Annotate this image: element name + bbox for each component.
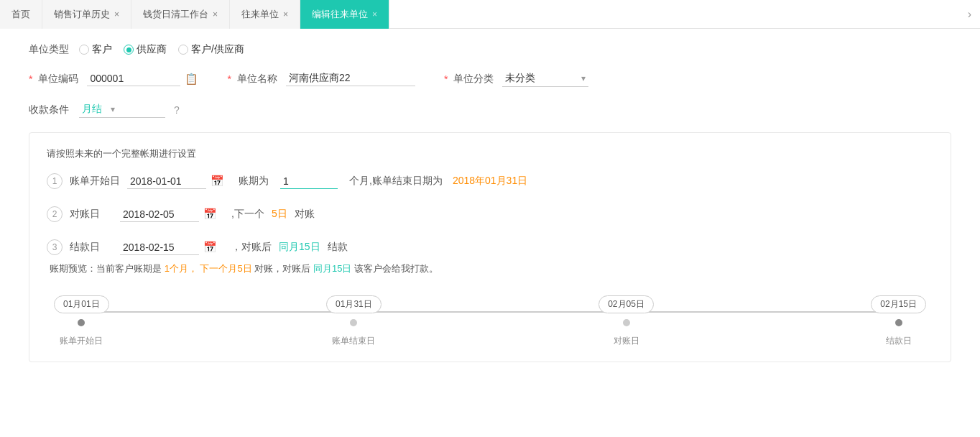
- step-num-1: 1: [47, 173, 63, 189]
- unit-code-icon[interactable]: 📋: [185, 73, 198, 86]
- tabs-scroll-arrow[interactable]: ›: [959, 8, 980, 21]
- unit-code-star: *: [29, 73, 32, 85]
- close-cashflow[interactable]: ×: [213, 9, 218, 19]
- unit-code-input[interactable]: [87, 71, 180, 86]
- close-sales-history[interactable]: ×: [114, 9, 119, 19]
- radio-label-both: 客户/供应商: [191, 43, 244, 56]
- unit-code-group: * 单位编码 📋: [29, 71, 198, 86]
- radio-circle-supplier: [124, 45, 134, 55]
- unit-name-input[interactable]: [286, 71, 415, 86]
- preview-date: 下一个月5日: [200, 263, 251, 274]
- step3-date-input[interactable]: [120, 240, 199, 255]
- radio-label-customer: 客户: [92, 43, 112, 56]
- radio-customer[interactable]: 客户: [79, 43, 112, 56]
- timeline-point-end: 02月15日 结款日: [871, 295, 926, 347]
- payment-terms-select[interactable]: 月结 ▾: [79, 101, 165, 118]
- step2-highlight-mid: 5日: [272, 208, 287, 221]
- step-label-1: 账单开始日: [70, 175, 120, 188]
- timeline-label-2: 对账日: [614, 335, 639, 347]
- timeline-section: 01月01日 账单开始日 01月31日 账单结束日 02月05日 对账日: [47, 295, 933, 347]
- payment-terms-row: 收款条件 月结 ▾ ?: [29, 101, 951, 118]
- radio-circle-both: [178, 45, 188, 55]
- timeline-badge-2: 02月05日: [598, 295, 654, 313]
- timeline-badge-1: 01月31日: [326, 295, 382, 313]
- timeline-dot-1: [350, 319, 357, 326]
- step-label-2: 对账日: [70, 208, 113, 221]
- step3-calendar-icon[interactable]: 📅: [203, 241, 217, 254]
- preview-period: 1个月，: [165, 263, 198, 274]
- preview-prefix: 账期预览：当前客户账期是: [50, 263, 162, 274]
- unit-code-label: 单位编码: [38, 73, 78, 86]
- unit-class-group: * 单位分类 未分类 ▾: [444, 70, 588, 87]
- tab-edit-partner[interactable]: 编辑往来单位 ×: [300, 0, 389, 29]
- timeline-label-3: 结款日: [886, 335, 912, 347]
- section-box: 请按照未来的一个完整帐期进行设置 1 账单开始日 📅 账期为 个月,账单结束日期…: [29, 132, 951, 362]
- preview-mid: 对账，对账后: [254, 263, 310, 274]
- step-label-3: 结款日: [70, 241, 113, 254]
- radio-both[interactable]: 客户/供应商: [178, 43, 244, 56]
- step2-date-group: 📅: [120, 207, 217, 222]
- timeline-point-1: 01月31日 账单结束日: [326, 295, 382, 347]
- unit-class-label: 单位分类: [453, 73, 494, 86]
- step1-date-input[interactable]: [127, 174, 206, 189]
- step1-period-input[interactable]: [280, 174, 338, 189]
- section-title: 请按照未来的一个完整帐期进行设置: [47, 147, 933, 160]
- step3-note-before: ，对账后: [231, 241, 272, 254]
- step2-note-after: 对账: [295, 208, 315, 221]
- step1-calendar-icon[interactable]: 📅: [211, 175, 224, 188]
- close-partner[interactable]: ×: [283, 9, 288, 19]
- step3-note-after: 结款: [328, 241, 348, 254]
- payment-terms-label: 收款条件: [29, 104, 69, 116]
- tabs-bar: 首页 销售订单历史 × 钱货日清工作台 × 往来单位 × 编辑往来单位 × ›: [0, 0, 980, 29]
- timeline-dot-3: [895, 319, 902, 326]
- step2-note-before: ,下一个: [231, 208, 264, 221]
- payment-terms-value: 月结: [82, 103, 102, 116]
- unit-class-star: *: [444, 73, 448, 85]
- payment-terms-dropdown-icon: ▾: [111, 104, 115, 114]
- unit-class-select[interactable]: 未分类 ▾: [502, 70, 588, 87]
- unit-name-group: * 单位名称: [227, 71, 415, 86]
- preview-suffix: 该客户会给我打款。: [354, 263, 438, 274]
- step2-date-input[interactable]: [120, 207, 199, 222]
- step-row-2: 2 对账日 📅 ,下一个 5日 对账: [47, 206, 933, 222]
- timeline-label-1: 账单结束日: [332, 335, 375, 347]
- timeline-point-start: 01月01日 账单开始日: [54, 295, 109, 347]
- help-icon[interactable]: ?: [174, 104, 180, 116]
- step1-note-before: 账期为: [239, 175, 269, 188]
- step1-date-group: 📅: [127, 174, 224, 189]
- tab-home[interactable]: 首页: [0, 0, 42, 29]
- unit-type-label: 单位类型: [29, 43, 69, 56]
- unit-name-label: 单位名称: [237, 73, 277, 86]
- preview-text: 账期预览：当前客户账期是 1个月， 下一个月5日 对账，对账后 同月15日 该客…: [47, 262, 933, 275]
- step-row-3: 3 结款日 📅 ，对账后 同月15日 结款: [47, 239, 933, 255]
- main-content: 单位类型 客户 供应商 客户/供应商 * 单位编码 📋 * 单位名称: [0, 29, 980, 437]
- unit-info-row: * 单位编码 📋 * 单位名称 * 单位分类 未分类 ▾: [29, 70, 951, 87]
- step3-highlight: 同月15日: [279, 241, 320, 254]
- radio-group-unit-type: 客户 供应商 客户/供应商: [79, 43, 244, 56]
- timeline-point-2: 02月05日 对账日: [598, 295, 654, 347]
- close-edit-partner[interactable]: ×: [372, 9, 377, 19]
- radio-supplier[interactable]: 供应商: [124, 43, 167, 56]
- step3-date-group: 📅: [120, 240, 217, 255]
- timeline-badge-0: 01月01日: [54, 295, 109, 313]
- unit-type-row: 单位类型 客户 供应商 客户/供应商: [29, 43, 951, 56]
- step1-end-date: 2018年01月31日: [453, 175, 527, 188]
- radio-circle-customer: [79, 45, 89, 55]
- step-num-2: 2: [47, 206, 63, 222]
- preview-pay-date: 同月15日: [313, 263, 351, 274]
- unit-class-value: 未分类: [505, 72, 535, 85]
- radio-label-supplier: 供应商: [137, 43, 167, 56]
- timeline-label-0: 账单开始日: [60, 335, 103, 347]
- tab-partner[interactable]: 往来单位 ×: [230, 0, 300, 29]
- step2-calendar-icon[interactable]: 📅: [203, 208, 217, 221]
- unit-class-dropdown-icon: ▾: [581, 73, 586, 83]
- timeline-badge-3: 02月15日: [871, 295, 926, 313]
- step-num-3: 3: [47, 239, 63, 255]
- timeline-dot-0: [78, 319, 85, 326]
- step-row-1: 1 账单开始日 📅 账期为 个月,账单结束日期为 2018年01月31日: [47, 173, 933, 189]
- timeline-dot-2: [623, 319, 630, 326]
- tab-sales-history[interactable]: 销售订单历史 ×: [42, 0, 131, 29]
- unit-name-star: *: [227, 73, 231, 85]
- step1-note-after: 个月,账单结束日期为: [349, 175, 443, 188]
- tab-cashflow[interactable]: 钱货日清工作台 ×: [131, 0, 230, 29]
